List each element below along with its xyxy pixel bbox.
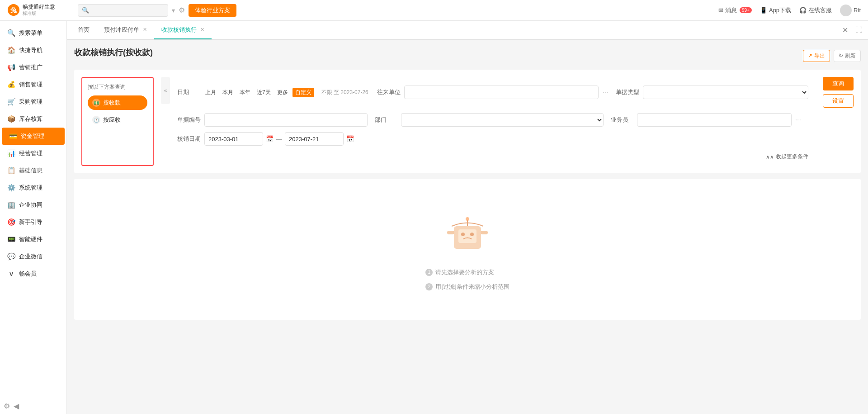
marketing-icon: 📢 [7,63,15,71]
filter-left: 按以下方案查询 💵 按收款 🕐 按应收 [81,77,154,166]
date-custom[interactable]: 自定义 [292,88,314,97]
filter-by-receivable[interactable]: 🕐 按应收 [88,113,147,127]
sidebar-item-sales[interactable]: 💰 销售管理 [0,76,66,93]
sidebar: 🔍 搜索菜单 🏠 快捷导航 📢 营销推广 💰 销售管理 🛒 采购管理 📦 库存核… [0,21,67,414]
export-icon: ↗ [808,52,812,59]
date-this-month[interactable]: 本月 [221,88,235,97]
sidebar-label-member: 畅会员 [19,270,37,278]
tip-num-1: 1 [425,269,433,276]
collapse-more-btn[interactable]: ∧∧ 收起更多条件 [766,153,808,161]
purchase-icon: 🛒 [7,98,15,106]
sidebar-label-basic: 基础信息 [19,167,42,175]
app-download-action[interactable]: 📱 App下载 [760,6,791,14]
empty-tip-row-1: 1 请先选择要分析的方案 [425,266,509,278]
app-name: 畅捷通好生意 [23,4,55,10]
search-box[interactable]: 🔍 [78,4,168,17]
sidebar-item-hardware[interactable]: 📟 智能硬件 [0,231,66,248]
sidebar-label-inventory: 库存核算 [19,115,42,123]
dropdown-icon[interactable]: ▾ [172,7,175,14]
sidebar-item-enterprise[interactable]: 🏢 企业协同 [0,196,66,214]
sidebar-label-finance: 资金管理 [21,132,44,140]
verify-date-end[interactable] [285,132,344,146]
tab-collection[interactable]: 收款核销执行 ✕ [154,21,212,39]
tab-expand-action[interactable]: ⛶ [854,26,864,34]
empty-state: 1 请先选择要分析的方案 2 用[过滤]条件来缩小分析范围 [74,179,861,320]
staff-input[interactable] [637,113,792,127]
sidebar-item-business[interactable]: 📊 经营管理 [0,145,66,162]
settings-icon[interactable]: ⚙ [179,6,185,14]
refresh-icon: ↻ [839,52,843,59]
date-shortcuts: 上月 本月 本年 近7天 更多 自定义 [203,88,314,97]
filter-by-receipt[interactable]: 💵 按收款 [88,95,147,110]
setting-button[interactable]: 设置 [823,94,854,108]
calendar-end-icon[interactable]: 📅 [346,135,354,143]
sidebar-item-purchase[interactable]: 🛒 采购管理 [0,93,66,110]
sidebar-settings-icon[interactable]: ⚙ [4,402,10,410]
page-content: 收款核销执行(按收款) ↗ 导出 ↻ 刷新 按以下方案查询 💵 按收款 [67,40,868,414]
sidebar-item-search[interactable]: 🔍 搜索菜单 [0,24,66,42]
sidebar-item-weixin[interactable]: 💬 企业微信 [0,248,66,265]
date-7days[interactable]: 近7天 [255,88,273,97]
counterpart-input[interactable] [404,86,599,99]
date-dash: — [276,136,282,143]
app-download-label: App下载 [769,6,791,14]
inventory-icon: 📦 [7,115,15,123]
doctype-select[interactable] [643,86,808,99]
tip-num-2: 2 [425,283,433,290]
query-button[interactable]: 查询 [823,77,854,90]
tab-close-action[interactable]: ✕ [840,26,850,34]
refresh-button[interactable]: ↻ 刷新 [834,50,861,62]
enterprise-icon: 🏢 [7,201,15,209]
sidebar-label-enterprise: 企业协同 [19,201,42,209]
staff-label: 业务员 [611,116,633,124]
docno-input[interactable] [204,113,368,127]
counterpart-label: 往来单位 [377,88,401,96]
date-last-month[interactable]: 上月 [203,88,218,97]
sidebar-item-member[interactable]: V 畅会员 [0,265,66,282]
sidebar-item-guide[interactable]: 🎯 新手引导 [0,214,66,231]
message-action[interactable]: ✉ 消息 99+ [718,6,752,14]
online-service-label: 在线客服 [808,6,832,14]
svg-point-9 [466,217,469,221]
sidebar-item-basic[interactable]: 📋 基础信息 [0,162,66,179]
verify-date-field: 核销日期 📅 — 📅 [177,132,854,146]
basic-icon: 📋 [7,167,15,175]
date-label: 日期 [177,88,200,96]
tab-collection-close[interactable]: ✕ [200,27,204,33]
topbar-actions: ✉ 消息 99+ 📱 App下载 🎧 在线客服 Rit [718,5,861,16]
service-icon: 🎧 [799,7,807,14]
main-content: 首页 预付冲应付单 ✕ 收款核销执行 ✕ ✕ ⛶ 收款核销执行(按收款) ↗ 导… [67,21,868,414]
page-header-actions: ↗ 导出 ↻ 刷新 [803,50,861,62]
sidebar-label-guide: 新手引导 [19,218,42,226]
sidebar-item-finance[interactable]: 💳 资金管理 [2,128,65,145]
sidebar-item-quick-nav[interactable]: 🏠 快捷导航 [0,42,66,59]
filter-row-3: 核销日期 📅 — 📅 [177,132,854,146]
sidebar-item-inventory[interactable]: 📦 库存核算 [0,110,66,128]
filter-by-receipt-label: 按收款 [103,99,121,107]
export-button[interactable]: ↗ 导出 [803,50,830,62]
message-label: 消息 [725,6,737,14]
date-more[interactable]: 更多 [275,88,290,97]
staff-dots[interactable]: ··· [795,116,801,124]
tab-prepay[interactable]: 预付冲应付单 ✕ [97,21,154,39]
sidebar-collapse-icon[interactable]: ◀ [14,402,19,410]
sidebar-item-marketing[interactable]: 📢 营销推广 [0,59,66,76]
doctype-field: 单据类型 [616,86,808,99]
date-this-year[interactable]: 本年 [238,88,252,97]
sidebar-bottom: ⚙ ◀ [0,398,66,414]
user-action[interactable]: Rit [840,5,861,16]
collapse-filter-btn[interactable]: « [161,77,170,104]
tab-bar: 首页 预付冲应付单 ✕ 收款核销执行 ✕ ✕ ⛶ [67,21,868,40]
verify-date-start[interactable] [204,132,263,146]
online-service-action[interactable]: 🎧 在线客服 [799,6,832,14]
tab-prepay-close[interactable]: ✕ [143,27,147,33]
sidebar-item-system[interactable]: ⚙️ 系统管理 [0,179,66,196]
tab-home[interactable]: 首页 [71,21,97,39]
industry-btn[interactable]: 体验行业方案 [189,4,236,17]
empty-tip-2: 用[过滤]条件来缩小分析范围 [435,281,509,293]
calendar-start-icon[interactable]: 📅 [266,135,274,143]
dept-select[interactable] [401,113,604,127]
logo: 兔 畅捷通好生意 标准版 [7,4,74,16]
empty-tip-row-2: 2 用[过滤]条件来缩小分析范围 [425,281,509,293]
counterpart-dots[interactable]: ··· [602,88,608,96]
